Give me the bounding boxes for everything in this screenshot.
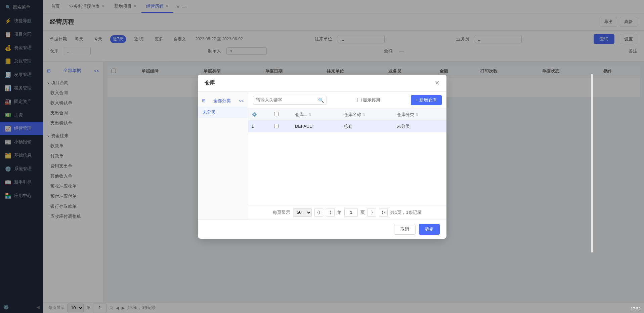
th-category-label: 仓库分类 <box>397 112 414 118</box>
row-name: 总仓 <box>340 120 393 132</box>
search-box: 🔍 <box>253 96 327 105</box>
show-disabled-checkbox[interactable] <box>357 98 361 102</box>
dialog-left-header[interactable]: ⊞ 全部分类 << <box>198 95 248 107</box>
page-next-btn[interactable]: ⟩ <box>368 208 376 217</box>
cancel-button[interactable]: 取消 <box>394 224 416 235</box>
dth-name: 仓库名称 ⇅ <box>340 109 393 121</box>
dialog-table-row[interactable]: 1 DEFAULT 总仓 未分类 <box>248 120 446 132</box>
modal-overlay: 仓库 ✕ ⊞ 全部分类 << 未分类 <box>0 0 644 313</box>
dialog-table-wrap: ⚙️ 仓库... ⇅ <box>248 109 446 205</box>
dialog-page-label: 第 <box>337 209 342 216</box>
th-sort-name[interactable]: 仓库名称 ⇅ <box>344 112 390 118</box>
dialog-body: ⊞ 全部分类 << 未分类 🔍 显示停用 <box>198 92 446 220</box>
dialog-title: 仓库 <box>205 80 215 86</box>
dialog-page-input[interactable] <box>344 208 358 217</box>
row-index: 1 <box>248 120 271 132</box>
search-icon[interactable]: 🔍 <box>318 97 324 103</box>
dialog-select-all[interactable] <box>274 112 278 116</box>
dialog-left-unclassified[interactable]: 未分类 <box>198 107 248 118</box>
th-name-label: 仓库名称 <box>344 112 361 118</box>
dth-category: 仓库分类 ⇅ <box>393 109 446 121</box>
dth-settings: ⚙️ <box>248 109 271 121</box>
confirm-button[interactable]: 确定 <box>419 224 440 235</box>
dialog-left-panel: ⊞ 全部分类 << 未分类 <box>198 92 248 220</box>
dialog-header: 仓库 ✕ <box>198 75 446 92</box>
page-first-btn[interactable]: ⟨⟨ <box>314 208 323 217</box>
dialog-right-panel: 🔍 显示停用 + 新增仓库 ⚙️ <box>248 92 446 220</box>
show-disabled-container: 显示停用 <box>357 97 380 103</box>
dialog-table: ⚙️ 仓库... ⇅ <box>248 109 446 132</box>
dialog-per-page-label: 每页显示 <box>273 209 290 216</box>
th-sort-category[interactable]: 仓库分类 ⇅ <box>397 112 443 118</box>
warehouse-dialog: 仓库 ✕ ⊞ 全部分类 << 未分类 <box>198 75 446 239</box>
clock-display: 17:52 <box>631 307 641 311</box>
dialog-toolbar: 🔍 显示停用 + 新增仓库 <box>248 92 446 109</box>
dialog-close-button[interactable]: ✕ <box>435 79 440 87</box>
row-code: DEFAULT <box>292 120 340 132</box>
dialog-total-label: 共1页，1条记录 <box>390 209 421 216</box>
dialog-per-page-select[interactable]: 50 20 100 <box>293 208 312 217</box>
row-checkbox-cell <box>271 120 292 132</box>
sort-name-icon: ⇅ <box>362 113 365 116</box>
settings-col-icon: ⚙️ <box>252 112 257 117</box>
dialog-footer: 取消 确定 <box>198 220 446 239</box>
sort-category-icon: ⇅ <box>416 113 418 116</box>
row-checkbox[interactable] <box>274 124 278 128</box>
dialog-expand-btn[interactable]: << <box>239 98 244 103</box>
th-code-label: 仓库... <box>295 112 307 118</box>
dialog-pagination: 每页显示 50 20 100 ⟨⟨ ⟨ 第 页 ⟩ ⟩⟩ 共1页，1条记录 <box>248 205 446 220</box>
dth-checkbox <box>271 109 292 121</box>
dth-code: 仓库... ⇅ <box>292 109 340 121</box>
dialog-page-word: 页 <box>360 209 365 216</box>
add-warehouse-button[interactable]: + 新增仓库 <box>411 95 441 105</box>
warehouse-search-input[interactable] <box>256 97 318 103</box>
system-tray: 17:52 <box>631 307 641 311</box>
dialog-grid-icon: ⊞ <box>202 98 206 103</box>
row-category: 未分类 <box>393 120 446 132</box>
page-prev-btn[interactable]: ⟨ <box>326 208 335 217</box>
dialog-all-label: 全部分类 <box>213 98 231 104</box>
sort-code-icon: ⇅ <box>309 113 311 116</box>
show-disabled-label: 显示停用 <box>363 97 380 103</box>
th-sort-code[interactable]: 仓库... ⇅ <box>295 112 337 118</box>
page-last-btn[interactable]: ⟩⟩ <box>379 208 388 217</box>
